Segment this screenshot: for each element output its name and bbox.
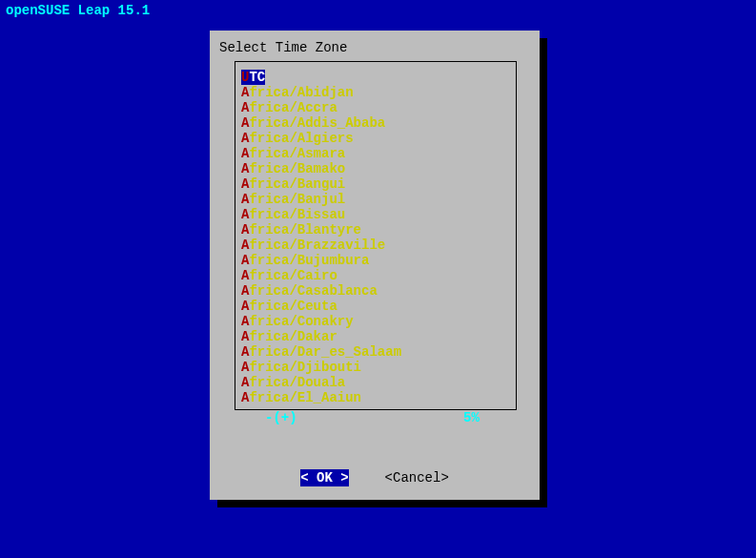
list-item-label: frica/Bissau [249, 207, 345, 222]
list-item-label: frica/Dakar [249, 329, 337, 344]
list-item-label: frica/Accra [249, 100, 337, 115]
list-item[interactable]: Africa/Dar_es_Salaam [241, 344, 510, 360]
timezone-dialog: Select Time Zone UTCAfrica/AbidjanAfrica… [210, 31, 540, 500]
list-item-label: frica/Bangui [249, 176, 345, 192]
list-item[interactable]: Africa/Brazzaville [241, 238, 510, 253]
list-item-label: frica/Djibouti [249, 360, 361, 375]
list-item[interactable]: Africa/Djibouti [241, 360, 510, 375]
list-item[interactable]: Africa/Algiers [241, 131, 510, 146]
list-item-label: frica/Asmara [249, 146, 345, 161]
dialog-buttons: < OK > <Cancel> [210, 469, 540, 486]
list-item[interactable]: Africa/Accra [241, 100, 510, 115]
list-item-label: frica/Brazzaville [249, 238, 385, 253]
app-title: openSUSE Leap 15.1 [0, 0, 756, 21]
list-item-label: frica/Abidjan [249, 85, 353, 100]
list-item-label: frica/Conakry [249, 314, 353, 329]
list-item[interactable]: Africa/Bamako [241, 161, 510, 176]
ok-button[interactable]: < OK > [300, 469, 348, 486]
list-item-label: frica/Algiers [249, 131, 353, 146]
scroll-percent: 5% [463, 410, 480, 425]
list-item[interactable]: Africa/Bissau [241, 207, 510, 222]
timezone-listbox[interactable]: UTCAfrica/AbidjanAfrica/AccraAfrica/Addi… [235, 61, 517, 410]
list-item[interactable]: Africa/Cairo [241, 268, 510, 283]
list-item-label: frica/Dar_es_Salaam [249, 344, 401, 360]
dialog-label: Select Time Zone [210, 31, 540, 61]
list-item[interactable]: Africa/Addis_Ababa [241, 115, 510, 131]
list-item[interactable]: Africa/El_Aaiun [241, 390, 510, 405]
list-item-label: frica/Casablanca [249, 283, 377, 299]
list-item[interactable]: Africa/Dakar [241, 329, 510, 344]
list-item-label: frica/Banjul [249, 192, 345, 207]
list-item[interactable]: Africa/Ceuta [241, 299, 510, 314]
list-item-label: frica/Cairo [249, 268, 337, 283]
list-item[interactable]: Africa/Abidjan [241, 85, 510, 100]
list-item-label: TC [249, 70, 265, 85]
list-item[interactable]: Africa/Conakry [241, 314, 510, 329]
list-item-label: frica/Bamako [249, 161, 345, 176]
list-item-label: frica/Addis_Ababa [249, 115, 385, 131]
list-item-label: frica/Douala [249, 375, 345, 390]
list-item-label: frica/Bujumbura [249, 253, 369, 268]
list-item[interactable]: Africa/Casablanca [241, 283, 510, 299]
list-item[interactable]: Africa/Bangui [241, 176, 510, 192]
list-item[interactable]: Africa/Blantyre [241, 222, 510, 238]
list-item-label: frica/Blantyre [249, 222, 361, 238]
cancel-button[interactable]: <Cancel> [385, 469, 449, 486]
list-scroll-indicator: -(+) 5% [235, 410, 515, 425]
list-item[interactable]: Africa/Banjul [241, 192, 510, 207]
list-item-label: frica/El_Aaiun [249, 390, 361, 405]
list-item[interactable]: UTC [241, 70, 510, 85]
scroll-glyph: -(+) [235, 410, 463, 425]
list-item-label: frica/Ceuta [249, 299, 337, 314]
list-item[interactable]: Africa/Asmara [241, 146, 510, 161]
list-item[interactable]: Africa/Bujumbura [241, 253, 510, 268]
list-item[interactable]: Africa/Douala [241, 375, 510, 390]
